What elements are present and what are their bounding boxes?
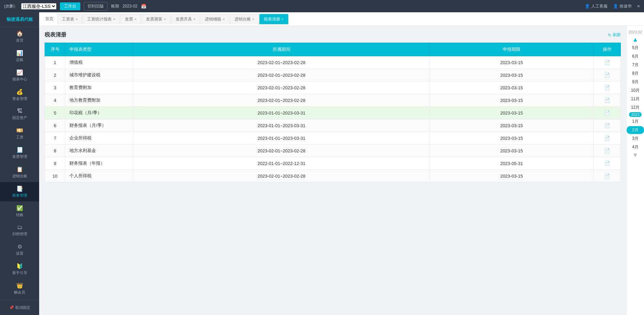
- scroll-up-button[interactable]: ▲: [632, 36, 639, 43]
- refresh-label: 刷新: [613, 32, 621, 38]
- switch-version-button[interactable]: 切到旧版: [84, 2, 108, 11]
- cell-id: 1: [45, 56, 65, 69]
- year-2023-badge: 2023: [629, 112, 641, 117]
- sidebar-label-guide: 新手引导: [12, 270, 27, 275]
- month-2022-jul[interactable]: 7月: [627, 61, 644, 69]
- close-window-button[interactable]: ×: [637, 3, 640, 9]
- cell-period: 2023-02-01~2023-02-28: [133, 81, 430, 94]
- tab-invoice-issue-label: 发票开具: [176, 16, 192, 22]
- unpin-label: 取消固定: [15, 305, 30, 310]
- sidebar-item-report-center[interactable]: 📈 报表中心: [0, 66, 39, 85]
- table-row: 10 个人所得税 2023-02-01~2023-02-28 2023-03-1…: [45, 170, 621, 182]
- col-deadline: 申报期限: [430, 43, 593, 56]
- fund-icon: 💰: [16, 89, 23, 95]
- sidebar-item-tax-mgmt[interactable]: 📑 税务管理: [0, 182, 39, 201]
- sidebar-item-member[interactable]: 👑 畅会员: [0, 279, 39, 298]
- tab-tax-register[interactable]: 税表清册 ×: [259, 14, 288, 24]
- month-2023-mar[interactable]: 3月: [627, 135, 644, 142]
- cell-action: 📄: [594, 69, 621, 81]
- workbench-button[interactable]: 工作台: [60, 2, 80, 10]
- view-action-icon[interactable]: 📄: [604, 173, 610, 179]
- sidebar-item-settings[interactable]: ⚙ 设置: [0, 240, 39, 259]
- tab-salary-table-label: 工资表: [62, 16, 74, 22]
- sidebar-label-salary: 工资: [16, 135, 23, 140]
- cell-type: 地方水利基金: [65, 145, 133, 157]
- sidebar-item-ledger[interactable]: 📊 总账: [0, 46, 39, 66]
- cell-id: 6: [45, 119, 65, 132]
- tab-salary-table-close[interactable]: ×: [76, 17, 78, 21]
- sidebar-item-salary[interactable]: 💴 工资: [0, 124, 39, 143]
- sidebar-item-fixed-assets[interactable]: 🏗 固定资产: [0, 105, 39, 124]
- view-action-icon[interactable]: 📄: [604, 148, 610, 153]
- refresh-button[interactable]: ↻ 刷新: [608, 32, 621, 38]
- user-avatar-icon: 👤: [613, 4, 618, 9]
- table-row: 7 企业所得税 2023-01-01~2023-03-31 2023-03-15…: [45, 132, 621, 145]
- view-action-icon[interactable]: 📄: [604, 135, 610, 141]
- month-2022-sep[interactable]: 9月: [627, 78, 644, 86]
- company-select[interactable]: 江西服垒-LSS: [21, 3, 57, 10]
- sidebar-label-fixed-assets: 固定资产: [12, 115, 27, 120]
- scroll-down-button[interactable]: ▼: [632, 152, 639, 159]
- view-action-icon[interactable]: 📄: [604, 110, 610, 116]
- month-2022-dec[interactable]: 12月: [627, 104, 644, 111]
- sidebar-item-close-accounts[interactable]: ✅ 结账: [0, 201, 39, 221]
- tab-invoice-issue[interactable]: 发票开具 ×: [171, 14, 200, 24]
- view-action-icon[interactable]: 📄: [604, 72, 610, 78]
- tab-salary-table[interactable]: 工资表 ×: [58, 14, 82, 24]
- cell-type: 教育费附加: [65, 81, 133, 94]
- month-2022-may[interactable]: 5月: [627, 44, 644, 52]
- col-type: 申报表类型: [65, 43, 133, 56]
- main-area: 畅捷通易代账 🏠 首页 📊 总账 📈 报表中心 💰 资金管理 🏗 固定资产: [0, 12, 644, 315]
- pin-icon: 📌: [9, 305, 14, 310]
- sidebar-item-invoice-mgmt[interactable]: 🧾 发票管理: [0, 143, 39, 163]
- tab-sales-audit[interactable]: 进销稽核 ×: [200, 14, 229, 24]
- view-action-icon[interactable]: 📄: [604, 85, 610, 90]
- month-2023-feb[interactable]: 2月: [627, 126, 644, 134]
- tab-home[interactable]: 首页: [42, 14, 57, 24]
- sidebar-item-sales-ledger[interactable]: 📋 进销台账: [0, 163, 39, 182]
- cell-action: 📄: [594, 170, 621, 182]
- sidebar-label-fund: 资金管理: [12, 96, 27, 101]
- view-action-icon[interactable]: 📄: [604, 123, 610, 128]
- month-2023-jan[interactable]: 1月: [627, 118, 644, 125]
- tab-tax-register-close[interactable]: ×: [281, 17, 284, 21]
- tab-invoice[interactable]: 发票 ×: [120, 14, 141, 24]
- tab-invoice-calc-label: 发票测算: [146, 16, 162, 22]
- tab-invoice-close[interactable]: ×: [134, 17, 136, 21]
- table-row: 8 地方水利基金 2023-02-01~2023-02-28 2023-03-1…: [45, 145, 621, 157]
- view-action-icon[interactable]: 📄: [604, 60, 610, 65]
- tab-invoice-calc[interactable]: 发票测算 ×: [142, 14, 170, 24]
- month-2022-aug[interactable]: 8月: [627, 70, 644, 77]
- content-area: 首页 工资表 × 工资统计报表 × 发票 × 发票测算 ×: [39, 12, 644, 315]
- cell-period: 2023-02-01~2023-02-28: [133, 56, 430, 69]
- sidebar-item-home[interactable]: 🏠 首页: [0, 27, 39, 46]
- tab-sales-audit-label: 进销稽核: [205, 16, 221, 22]
- unpin-button[interactable]: 📌 取消固定: [0, 303, 39, 312]
- view-action-icon[interactable]: 📄: [604, 161, 610, 166]
- cell-deadline: 2023-03-15: [430, 119, 593, 132]
- tab-sales-ledger[interactable]: 进销台账 ×: [230, 14, 259, 24]
- app-container: (勿删） 江西服垒-LSS 工作台 切到旧版 账期 2023-02 📅 👤 人工…: [0, 0, 644, 315]
- month-2022-oct[interactable]: 10月: [627, 87, 644, 94]
- sidebar-item-archive[interactable]: 🗂 归档管理: [0, 221, 39, 240]
- top-bar: (勿删） 江西服垒-LSS 工作台 切到旧版 账期 2023-02 📅 👤 人工…: [0, 0, 644, 12]
- month-2022-nov[interactable]: 11月: [627, 95, 644, 103]
- table-row: 5 印花税（月/季） 2023-01-01~2023-03-31 2023-03…: [45, 107, 621, 119]
- tab-salary-report-close[interactable]: ×: [113, 17, 115, 21]
- tab-sales-audit-close[interactable]: ×: [223, 17, 225, 21]
- tab-sales-ledger-close[interactable]: ×: [252, 17, 254, 21]
- month-2023-apr[interactable]: 4月: [627, 143, 644, 151]
- tab-salary-report[interactable]: 工资统计报表 ×: [83, 14, 119, 24]
- sidebar-item-fund-mgmt[interactable]: 💰 资金管理: [0, 85, 39, 105]
- sidebar-item-guide[interactable]: 🔰 新手引导: [0, 259, 39, 279]
- calendar-icon[interactable]: 📅: [141, 4, 146, 9]
- view-action-icon[interactable]: 📄: [604, 97, 610, 103]
- salary-icon: 💴: [16, 127, 23, 134]
- cell-id: 10: [45, 170, 65, 182]
- sidebar-label-tax-mgmt: 税务管理: [12, 193, 27, 198]
- tab-invoice-calc-close[interactable]: ×: [164, 17, 166, 21]
- tab-salary-report-label: 工资统计报表: [87, 16, 112, 22]
- support-label[interactable]: 👤 人工客服: [585, 3, 608, 9]
- month-2022-jun[interactable]: 6月: [627, 52, 644, 60]
- tab-invoice-issue-close[interactable]: ×: [193, 17, 195, 21]
